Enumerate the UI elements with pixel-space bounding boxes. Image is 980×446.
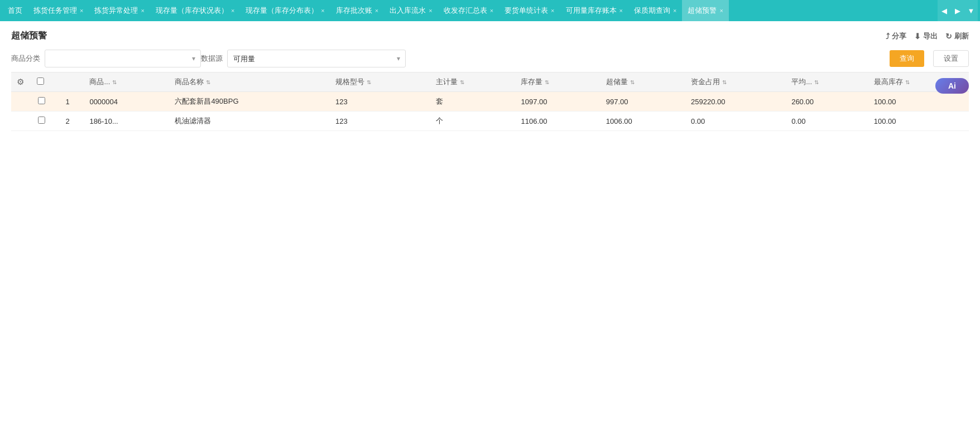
sort-icon-name: ⇅ (206, 79, 210, 85)
cell-num: 1 (51, 92, 84, 112)
nav-demand-stat-label: 要货单统计表 (505, 6, 548, 16)
settings-button[interactable]: 设置 (933, 50, 969, 67)
nav-next[interactable]: ▶ (951, 0, 964, 21)
sort-icon-avg: ⇅ (814, 79, 819, 85)
nav-home-label: 首页 (8, 6, 22, 16)
filter-buttons: 查询 设置 (890, 50, 969, 67)
category-select-wrapper (45, 50, 201, 67)
category-label: 商品分类 (11, 54, 40, 64)
th-settings: ⚙ (11, 72, 31, 92)
nav-pick-task-label: 拣货任务管理 (33, 6, 77, 16)
th-num (51, 72, 84, 92)
cell-maxstock: 100.00 (868, 92, 969, 112)
cell-avg: 260.00 (786, 92, 868, 112)
export-button[interactable]: ⬇ 导出 (914, 31, 938, 41)
th-code[interactable]: 商品... ⇅ (84, 72, 169, 92)
cell-stock: 1106.00 (515, 112, 600, 131)
nav-demand-stat-close[interactable]: × (551, 7, 554, 14)
nav-batch-account[interactable]: 库存批次账 × (330, 0, 384, 21)
cell-code: 186-10... (84, 112, 169, 131)
nav-expiry-label: 保质期查询 (634, 6, 670, 16)
datasource-filter: 数据源 可用量 库存量 (201, 50, 406, 67)
sort-icon-maxstock: ⇅ (905, 79, 910, 85)
top-nav: 首页 拣货任务管理 × 拣货异常处理 × 现存量（库存状况表） × 现存量（库存… (0, 0, 980, 21)
nav-batch-account-label: 库存批次账 (336, 6, 372, 16)
th-unit[interactable]: 主计量 ⇅ (430, 72, 515, 92)
nav-batch-account-close[interactable]: × (375, 7, 378, 14)
nav-inout-flow[interactable]: 出入库流水 × (384, 0, 438, 21)
nav-inout-flow-label: 出入库流水 (390, 6, 426, 16)
th-name[interactable]: 商品名称 ⇅ (169, 72, 330, 92)
th-capital[interactable]: 资金占用 ⇅ (685, 72, 786, 92)
cell-settings (11, 112, 31, 131)
th-avg[interactable]: 平均... ⇅ (786, 72, 868, 92)
nav-stock-dist[interactable]: 现存量（库存分布表） × (240, 0, 330, 21)
share-button[interactable]: ⤴ 分享 (886, 31, 906, 41)
select-all-checkbox[interactable] (37, 77, 44, 85)
nav-stock-dist-close[interactable]: × (321, 7, 324, 14)
nav-demand-stat[interactable]: 要货单统计表 × (499, 0, 560, 21)
nav-stock-status-label: 现存量（库存状况表） (156, 6, 228, 16)
query-button[interactable]: 查询 (890, 50, 924, 67)
nav-available-ledger-label: 可用量库存账本 (566, 6, 617, 16)
table-row: 1 0000004 六配套新昌490BPG 123 套 1097.00 997.… (11, 92, 969, 112)
cell-num: 2 (51, 112, 84, 131)
cell-spec: 123 (330, 92, 430, 112)
sort-icon-stock: ⇅ (545, 79, 549, 85)
nav-overflow-warning[interactable]: 超储预警 × (682, 0, 728, 21)
gear-icon[interactable]: ⚙ (17, 77, 24, 86)
nav-summary[interactable]: 收发存汇总表 × (438, 0, 499, 21)
nav-pick-task[interactable]: 拣货任务管理 × (28, 0, 89, 21)
filter-row: 商品分类 数据源 可用量 库存量 查询 设置 (11, 50, 969, 67)
nav-pick-task-close[interactable]: × (80, 7, 83, 14)
th-spec[interactable]: 规格型号 ⇅ (330, 72, 430, 92)
page-actions: ⤴ 分享 ⬇ 导出 ↻ 刷新 (886, 31, 969, 41)
cell-unit: 套 (430, 92, 515, 112)
refresh-button[interactable]: ↻ 刷新 (945, 31, 969, 41)
table-row: 2 186-10... 机油滤清器 123 个 1106.00 1006.00 … (11, 112, 969, 131)
nav-inout-flow-close[interactable]: × (429, 7, 432, 14)
nav-available-ledger-close[interactable]: × (619, 7, 623, 14)
nav-stock-status[interactable]: 现存量（库存状况表） × (150, 0, 240, 21)
sort-icon-spec: ⇅ (367, 79, 371, 85)
datasource-select-wrapper: 可用量 库存量 (227, 50, 406, 67)
cell-checkbox[interactable] (31, 112, 51, 131)
cell-name: 机油滤清器 (169, 112, 330, 131)
share-icon: ⤴ (886, 32, 890, 41)
nav-expiry[interactable]: 保质期查询 × (628, 0, 682, 21)
datasource-select[interactable]: 可用量 库存量 (227, 50, 406, 67)
page-content: 超储预警 ⤴ 分享 ⬇ 导出 ↻ 刷新 商品分类 (0, 21, 980, 140)
export-icon: ⬇ (914, 32, 921, 41)
nav-expiry-close[interactable]: × (673, 7, 676, 14)
nav-overflow-warning-close[interactable]: × (719, 7, 723, 14)
nav-pick-exception[interactable]: 拣货异常处理 × (89, 0, 150, 21)
datasource-label: 数据源 (201, 54, 223, 64)
page-header: 超储预警 ⤴ 分享 ⬇ 导出 ↻ 刷新 (11, 30, 969, 42)
nav-summary-label: 收发存汇总表 (444, 6, 487, 16)
row-checkbox[interactable] (38, 117, 45, 124)
cell-settings (11, 92, 31, 112)
nav-pick-exception-close[interactable]: × (141, 7, 144, 14)
cell-unit: 个 (430, 112, 515, 131)
cell-stock: 1097.00 (515, 92, 600, 112)
cell-maxstock: 100.00 (868, 112, 969, 131)
cell-capital: 259220.00 (685, 92, 786, 112)
ai-badge[interactable]: Ai (935, 78, 969, 94)
nav-summary-close[interactable]: × (490, 7, 493, 14)
nav-home[interactable]: 首页 (2, 0, 28, 21)
sort-icon-code: ⇅ (112, 79, 117, 85)
cell-capital: 0.00 (685, 112, 786, 131)
th-overflow[interactable]: 超储量 ⇅ (601, 72, 685, 92)
nav-more[interactable]: ▼ (964, 0, 978, 21)
nav-prev[interactable]: ◀ (938, 0, 951, 21)
nav-pick-exception-label: 拣货异常处理 (94, 6, 138, 16)
sort-icon-capital: ⇅ (722, 79, 727, 85)
cell-checkbox[interactable] (31, 92, 51, 112)
category-select[interactable] (45, 50, 201, 67)
table-body: 1 0000004 六配套新昌490BPG 123 套 1097.00 997.… (11, 92, 969, 131)
row-checkbox[interactable] (38, 97, 45, 104)
nav-stock-status-close[interactable]: × (231, 7, 234, 14)
nav-available-ledger[interactable]: 可用量库存账本 × (560, 0, 628, 21)
data-table: ⚙ 商品... ⇅ 商品名称 ⇅ (11, 72, 969, 131)
th-stock[interactable]: 库存量 ⇅ (515, 72, 600, 92)
